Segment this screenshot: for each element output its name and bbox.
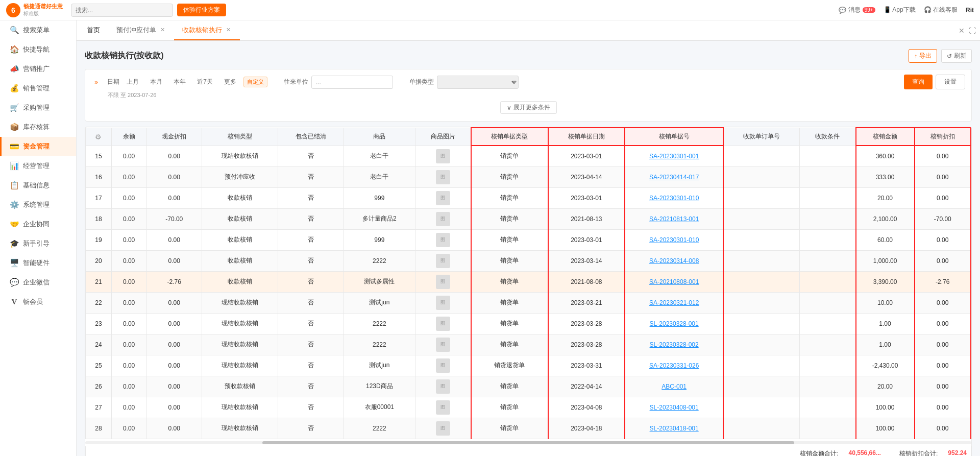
filter-bar: » 日期 上月 本月 本年 近7天 更多 自定义 往来单位 (85, 69, 972, 122)
query-btn[interactable]: 查询 (904, 75, 933, 89)
tab-receipt-close[interactable]: ✕ (225, 26, 232, 34)
sidebar-item-business[interactable]: 📊 经营管理 (0, 156, 76, 176)
cell-cancel-doc-no[interactable]: SA-20230301-010 (625, 187, 723, 208)
filter-last-month[interactable]: 上月 (122, 77, 143, 87)
cell-include-settled: 否 (278, 397, 344, 418)
app-download-label: App下载 (892, 6, 915, 13)
tab-expand-icon[interactable]: ⛶ (969, 27, 976, 35)
sidebar-item-system[interactable]: ⚙️ 系统管理 (0, 195, 76, 214)
cell-cancel-doc-type: 销货单 (471, 397, 548, 418)
refresh-btn[interactable]: ↺ 刷新 (941, 49, 972, 63)
filter-collapse-btn[interactable]: » (91, 78, 101, 86)
cell-cancel-doc-no[interactable]: SL-20230408-001 (625, 397, 723, 418)
tab-receipt-cancel[interactable]: 收款核销执行 ✕ (174, 20, 240, 40)
partner-input[interactable] (311, 76, 393, 89)
tab-bar: 首页 预付冲应付单 ✕ 收款核销执行 ✕ ✕ ⛶ (77, 20, 980, 41)
filter-this-month[interactable]: 本月 (146, 77, 166, 87)
cell-cancel-discount: 0.00 (915, 376, 971, 397)
cell-cancel-discount: -70.00 (915, 208, 971, 229)
col-cancel-discount: 核销折扣 (915, 128, 971, 146)
cell-balance: 0.00 (111, 146, 146, 166)
col-balance: 余额 (111, 128, 146, 146)
filter-this-year[interactable]: 本年 (169, 77, 190, 87)
cell-cancel-doc-no[interactable]: SA-20210808-001 (625, 271, 723, 292)
export-btn[interactable]: ↑ 导出 (909, 49, 937, 63)
sidebar-item-inventory[interactable]: 📦 库存核算 (0, 117, 76, 137)
table-row: 16 0.00 0.00 预付冲应收 否 老白干 图 销货单 2023-04-1… (86, 166, 971, 187)
cell-goods-img: 图 (415, 292, 471, 313)
sidebar-item-purchase[interactable]: 🛒 采购管理 (0, 98, 76, 117)
sidebar-item-label: 系统管理 (23, 200, 50, 209)
cell-id: 21 (86, 271, 112, 292)
filter-7days[interactable]: 近7天 (193, 77, 217, 87)
cell-goods-img: 图 (415, 166, 471, 187)
beginner-icon: 🎓 (10, 239, 19, 248)
cell-goods-img: 图 (415, 334, 471, 355)
corpcollab-icon: 🤝 (10, 220, 19, 229)
sidebar-item-quicknav[interactable]: 🏠 快捷导航 (0, 40, 76, 59)
sidebar-item-vip[interactable]: V 畅会员 (0, 292, 76, 311)
cell-cancel-doc-no[interactable]: SA-20230301-010 (625, 229, 723, 250)
cell-balance: 0.00 (111, 271, 146, 292)
expand-btn[interactable]: ∨ 展开更多条件 (500, 101, 557, 114)
cell-receipt-condition (800, 376, 856, 397)
tab-prepay[interactable]: 预付冲应付单 ✕ (108, 20, 174, 40)
sidebar-item-label: 销售管理 (23, 84, 50, 93)
cell-cancel-doc-no[interactable]: SA-20230301-001 (625, 146, 723, 166)
message-label: 消息 (848, 6, 861, 14)
cell-cancel-discount: 0.00 (915, 355, 971, 376)
tab-home[interactable]: 首页 (79, 20, 108, 40)
cell-cancel-doc-no[interactable]: SA-20210813-001 (625, 208, 723, 229)
cell-cancel-discount: 0.00 (915, 397, 971, 418)
sidebar-item-corpcollab[interactable]: 🤝 企业协同 (0, 214, 76, 234)
tab-receipt-label: 收款核销执行 (182, 26, 222, 35)
cell-receipt-order-no (723, 208, 800, 229)
tab-close-all-icon[interactable]: ✕ (959, 27, 965, 35)
cell-cancel-doc-no[interactable]: SA-20230321-012 (625, 292, 723, 313)
search-input[interactable] (71, 4, 173, 17)
cell-cancel-doc-no[interactable]: SA-20230314-008 (625, 250, 723, 271)
cell-cancel-doc-no[interactable]: SA-20230331-026 (625, 355, 723, 376)
sidebar-item-sales[interactable]: 💰 销售管理 (0, 79, 76, 98)
tab-prepay-close[interactable]: ✕ (159, 26, 166, 34)
cell-cancel-doc-no[interactable]: SA-20230414-017 (625, 166, 723, 187)
filter-more[interactable]: 更多 (220, 77, 240, 87)
top-bar: 6 畅捷通谱好生意 标准版 休验行业方案 💬 消息 99+ 📱 App下载 🎧 … (0, 0, 980, 20)
app-download-btn[interactable]: 📱 App下载 (884, 6, 916, 14)
online-service-btn[interactable]: 🎧 在线客服 (924, 6, 958, 14)
doctype-select[interactable]: 销货单 销货退货单 (437, 76, 519, 89)
col-settings[interactable]: ⚙ (86, 128, 112, 146)
cell-cancel-doc-no[interactable]: ABC-001 (625, 376, 723, 397)
industry-btn[interactable]: 休验行业方案 (177, 4, 226, 16)
setting-btn[interactable]: 设置 (936, 75, 965, 89)
cell-cancel-type: 现结收款核销 (202, 146, 278, 166)
sidebar-item-finance[interactable]: 💳 资金管理 (0, 137, 76, 156)
cell-cash-discount: 0.00 (146, 397, 202, 418)
sidebar-item-label: 智能硬件 (23, 258, 50, 268)
sidebar-item-wechat[interactable]: 💬 企业微信 (0, 273, 76, 292)
cell-cancel-amount: 20.00 (856, 187, 915, 208)
cell-id: 16 (86, 166, 112, 187)
sidebar-item-label: 快捷导航 (23, 45, 50, 54)
message-btn[interactable]: 💬 消息 99+ (839, 6, 875, 14)
sidebar-item-search[interactable]: 🔍 搜索菜单 (0, 20, 76, 40)
footer-cancel-discount: 952.24 (948, 449, 967, 457)
sidebar-item-basic[interactable]: 📋 基础信息 (0, 176, 76, 195)
cell-goods: 123D商品 (344, 376, 415, 397)
smarthw-icon: 🖥️ (10, 258, 19, 268)
cell-cancel-doc-type: 销货单 (471, 292, 548, 313)
cell-cancel-doc-no[interactable]: SL-20230328-002 (625, 334, 723, 355)
cell-receipt-order-no (723, 313, 800, 334)
horizontal-scrollbar[interactable] (85, 441, 971, 444)
sidebar-item-marketing[interactable]: 📣 营销推广 (0, 59, 76, 79)
sidebar-item-smarthw[interactable]: 🖥️ 智能硬件 (0, 253, 76, 273)
cell-balance: 0.00 (111, 397, 146, 418)
cell-cancel-discount: 0.00 (915, 334, 971, 355)
cell-id: 15 (86, 146, 112, 166)
scrollbar-thumb[interactable] (262, 441, 794, 444)
filter-custom[interactable]: 自定义 (243, 77, 267, 87)
sidebar-item-beginner[interactable]: 🎓 新手引导 (0, 234, 76, 253)
cell-cancel-doc-no[interactable]: SL-20230328-001 (625, 313, 723, 334)
cell-cancel-doc-no[interactable]: SL-20230418-001 (625, 418, 723, 439)
sidebar: 🔍 搜索菜单 🏠 快捷导航 📣 营销推广 💰 销售管理 🛒 采购管理 📦 库存核… (0, 20, 77, 456)
